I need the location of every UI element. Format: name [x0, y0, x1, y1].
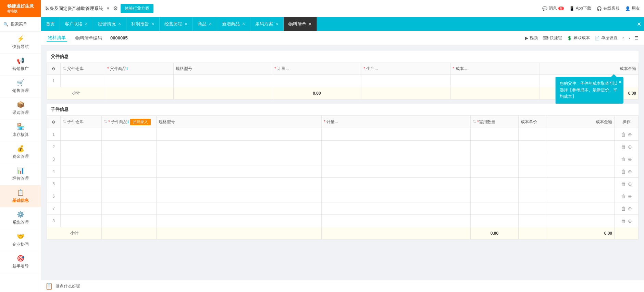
child-unit-cost-cell[interactable]: [519, 215, 546, 227]
child-unit-cost-cell[interactable]: [519, 190, 546, 202]
child-unit-cost-cell[interactable]: [519, 128, 546, 141]
child-spec-cell[interactable]: [157, 202, 322, 215]
child-warehouse-cell[interactable]: [61, 128, 102, 141]
copy-icon[interactable]: ⊕: [628, 206, 632, 211]
tab-close-bom[interactable]: ✕: [308, 22, 312, 26]
child-product-cell[interactable]: [102, 215, 157, 227]
child-warehouse-cell[interactable]: [61, 190, 102, 202]
sidebar-search-section[interactable]: 🔍 搜索菜单: [0, 17, 41, 32]
nav-tab-barcode[interactable]: 条码方案✕: [250, 17, 284, 31]
child-unit-cost-cell[interactable]: [519, 165, 546, 178]
nav-next-icon[interactable]: ›: [629, 36, 630, 40]
message-button[interactable]: 💬 消息 6: [542, 5, 564, 11]
user-button[interactable]: 👤 用友: [625, 5, 640, 11]
sidebar-item-system[interactable]: ⚙️ 系统管理: [0, 207, 41, 229]
copy-icon[interactable]: ⊕: [628, 132, 632, 137]
nav-tab-new-product[interactable]: 新增商品✕: [217, 17, 250, 31]
nav-tab-history[interactable]: 经营历程✕: [160, 17, 193, 31]
delete-icon[interactable]: 🗑: [621, 181, 626, 187]
child-product-cell[interactable]: [102, 178, 157, 190]
tab-bom-code[interactable]: 物料清单编码: [74, 35, 103, 41]
sidebar-item-purchase[interactable]: 📦 采购管理: [0, 97, 41, 119]
nav-tab-home[interactable]: 首页: [41, 17, 60, 31]
video-action[interactable]: ▶ 视频: [525, 35, 538, 41]
dropdown-icon[interactable]: ▼: [106, 6, 110, 11]
child-unit-cell[interactable]: [322, 202, 471, 215]
delete-icon[interactable]: 🗑: [621, 156, 626, 162]
copy-icon[interactable]: ⊕: [628, 194, 632, 199]
child-quantity-cell[interactable]: [471, 202, 519, 215]
child-unit-cost-cell[interactable]: [519, 178, 546, 190]
child-unit-cell[interactable]: [322, 165, 471, 178]
sidebar-item-marketing[interactable]: 📢 营销推广: [0, 54, 41, 75]
nav-tab-bom[interactable]: 物料清单✕: [284, 17, 317, 31]
sidebar-item-quick-nav[interactable]: ⚡ 快捷导航: [0, 32, 41, 54]
child-quantity-cell[interactable]: [471, 141, 519, 153]
child-unit-cell[interactable]: [322, 178, 471, 190]
sidebar-item-enterprise[interactable]: 🤝 企业协同: [0, 229, 41, 251]
child-quantity-cell[interactable]: [471, 178, 519, 190]
delete-icon[interactable]: 🗑: [621, 206, 626, 211]
parent-unit-cell[interactable]: [272, 75, 361, 87]
child-product-cell[interactable]: [102, 128, 157, 141]
child-spec-cell[interactable]: [157, 190, 322, 202]
sidebar-item-basic-info[interactable]: 📋 基础信息: [0, 185, 41, 207]
online-service-button[interactable]: 🎧 在线客服: [597, 5, 620, 11]
sidebar-item-sales[interactable]: 🛒 销售管理: [0, 75, 41, 97]
tab-close-operations[interactable]: ✕: [118, 22, 121, 26]
child-quantity-cell[interactable]: [471, 128, 519, 141]
child-unit-cell[interactable]: [322, 153, 471, 165]
child-warehouse-cell[interactable]: [61, 141, 102, 153]
single-setting-action[interactable]: 📄 单据设置: [595, 35, 618, 41]
tab-close-barcode[interactable]: ✕: [275, 22, 278, 26]
shortcut-action[interactable]: ⌨ 快捷键: [543, 35, 562, 41]
child-spec-cell[interactable]: [157, 215, 322, 227]
child-unit-cell[interactable]: [322, 190, 471, 202]
child-quantity-cell[interactable]: [471, 215, 519, 227]
child-product-cell[interactable]: [102, 141, 157, 153]
copy-icon[interactable]: ⊕: [628, 218, 632, 224]
child-product-cell[interactable]: [102, 202, 157, 215]
child-unit-cost-cell[interactable]: [519, 153, 546, 165]
child-quantity-cell[interactable]: [471, 165, 519, 178]
tab-close-new-product[interactable]: ✕: [242, 22, 245, 26]
sidebar-item-inventory[interactable]: 🏪 库存核算: [0, 119, 41, 141]
copy-icon[interactable]: ⊕: [628, 144, 632, 150]
copy-icon[interactable]: ⊕: [628, 169, 632, 174]
child-spec-cell[interactable]: [157, 128, 322, 141]
child-unit-cost-cell[interactable]: [519, 202, 546, 215]
parent-product-cell[interactable]: [105, 75, 174, 87]
nav-list-icon[interactable]: ☰: [635, 36, 639, 40]
delete-icon[interactable]: 🗑: [621, 194, 626, 199]
child-spec-cell[interactable]: [157, 165, 322, 178]
delete-icon[interactable]: 🗑: [621, 144, 626, 150]
child-spec-cell[interactable]: [157, 153, 322, 165]
parent-spec-cell[interactable]: [174, 75, 272, 87]
child-product-cell[interactable]: [102, 153, 157, 165]
child-spec-cell[interactable]: [157, 178, 322, 190]
delete-icon[interactable]: 🗑: [621, 218, 626, 224]
delete-icon[interactable]: 🗑: [621, 132, 626, 137]
nav-tab-profit[interactable]: 利润报告✕: [126, 17, 160, 31]
search-menu-button[interactable]: 🔍 搜索菜单: [2, 20, 39, 28]
parent-warehouse-cell[interactable]: [61, 75, 105, 87]
close-all-tabs-button[interactable]: ✕: [634, 21, 644, 27]
app-download-button[interactable]: 📱 App下载: [569, 5, 591, 11]
child-quantity-cell[interactable]: [471, 153, 519, 165]
child-warehouse-cell[interactable]: [61, 153, 102, 165]
tab-close-history[interactable]: ✕: [184, 22, 188, 26]
child-unit-cell[interactable]: [322, 141, 471, 153]
tab-close-product[interactable]: ✕: [209, 22, 212, 26]
cost-action[interactable]: 💲 摊取成本: [567, 35, 590, 41]
child-unit-cell[interactable]: [322, 215, 471, 227]
child-unit-cell[interactable]: [322, 128, 471, 141]
nav-tab-product[interactable]: 商品✕: [193, 17, 217, 31]
child-col-settings[interactable]: ⚙: [47, 116, 61, 128]
child-warehouse-cell[interactable]: [61, 215, 102, 227]
parent-cost-cell[interactable]: [450, 75, 540, 87]
nav-tab-customer[interactable]: 客户联络✕: [60, 17, 93, 31]
child-warehouse-cell[interactable]: [61, 165, 102, 178]
child-warehouse-cell[interactable]: [61, 202, 102, 215]
child-unit-cost-cell[interactable]: [519, 141, 546, 153]
nav-tab-operations[interactable]: 经营情况✕: [93, 17, 126, 31]
